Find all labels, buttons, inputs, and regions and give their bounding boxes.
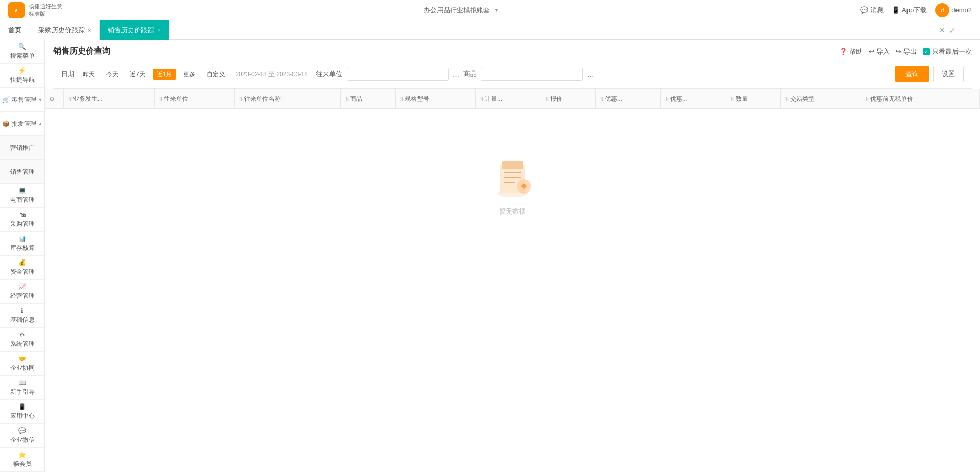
sidebar-item-retail-mgmt[interactable]: 🛒 零售管理 ▼ [0,88,44,112]
help-icon: ❓ [839,48,847,55]
goods-filter-dots[interactable]: ... [587,69,594,79]
sidebar-item-wechat[interactable]: 💬 企业微信 [0,424,44,448]
system-icon: ⚙ [19,331,25,338]
th-unit[interactable]: ⇅计量... [475,89,541,109]
pill-last1m[interactable]: 近1月 [153,69,177,80]
date-filter-group: 日期 昨天 今天 近7天 近1月 更多 自定义 2023-02-18 至 202… [61,69,308,80]
pill-more[interactable]: 更多 [179,69,200,80]
sidebar-item-finance[interactable]: 💰 资金管理 [0,256,44,280]
settings-button[interactable]: 设置 [933,66,964,82]
tab-sales-history-close[interactable]: × [157,27,160,33]
sidebar-item-purchase-mgmt-label: 采购管理 [10,220,35,228]
sidebar-item-search-menu-label: 搜索菜单 [10,52,35,60]
sidebar: 🔍 搜索菜单 ⚡ 快捷导航 🛒 零售管理 ▼ 📦 批发管理 ▲ 营销推广 销售管… [0,40,45,472]
message-button[interactable]: 💬 消息 [860,6,884,15]
sort-arrows-biz-date: ⇅ [68,96,72,102]
sidebar-item-guide[interactable]: 📖 新手引导 [0,376,44,400]
th-biz-date[interactable]: ⇅业务发生... [63,89,154,109]
app-dropdown-arrow[interactable]: ▼ [494,7,499,13]
logo-icon: 6 [8,2,24,18]
th-pre-tax-price[interactable]: ⇅优惠前无税单价 [861,89,980,109]
sidebar-item-ecommerce[interactable]: 💻 电商管理 [0,184,44,208]
only-last-toggle[interactable]: ✓ 只看最后一次 [923,47,972,56]
sidebar-item-search-menu[interactable]: 🔍 搜索菜单 [0,40,44,64]
import-button[interactable]: ↩ 导入 [869,47,890,56]
th-trade-type[interactable]: ⇅交易类型 [780,89,861,109]
pill-yesterday[interactable]: 昨天 [79,69,99,80]
th-spec[interactable]: ⇅规格型号 [395,89,475,109]
app-download-button[interactable]: 📱 App下载 [892,6,927,15]
th-discount1[interactable]: ⇅优惠... [595,89,660,109]
sidebar-item-basic-info-label: 基础信息 [10,316,35,324]
partner-filter-dots[interactable]: ... [453,69,459,79]
tab-bar-actions: ✕ ⤢ [939,26,960,34]
purchase-mgmt-icon: 🛍 [19,211,26,218]
sidebar-item-member-label: 畅会员 [13,460,32,468]
th-qty[interactable]: ⇅数量 [726,89,780,109]
wechat-icon: 💬 [18,427,26,434]
sidebar-item-operations-label: 经营管理 [10,292,35,300]
sidebar-item-purchase-mgmt[interactable]: 🛍 采购管理 [0,208,44,232]
sidebar-item-enterprise[interactable]: 🤝 企业协同 [0,352,44,376]
empty-state: 暂无数据 [45,109,980,257]
only-last-checkbox[interactable]: ✓ [923,48,930,55]
gear-icon[interactable]: ⚙ [49,96,55,103]
app-title: 办公用品行业模拟账套 [424,6,490,15]
pill-last7[interactable]: 近7天 [126,69,150,80]
tab-sales-history-label: 销售历史价跟踪 [108,26,154,35]
sidebar-item-operations[interactable]: 📈 经营管理 [0,280,44,304]
export-button[interactable]: ↪ 导出 [896,47,917,56]
sidebar-item-sales-mgmt[interactable]: 销售管理 [0,160,44,184]
operations-icon: 📈 [18,283,26,290]
tab-close-all-button[interactable]: ✕ [939,26,945,34]
partner-filter-group: 往来单位 ... 商品 ... [316,68,887,81]
sort-arrows-discount1: ⇅ [600,96,604,102]
sidebar-item-marketing[interactable]: 营销推广 [0,136,44,160]
sidebar-item-finance-label: 资金管理 [10,268,35,276]
download-icon: 📱 [892,6,900,14]
partner-filter-input[interactable] [347,68,449,81]
content-area: 销售历史价查询 ❓ 帮助 ↩ 导入 ↪ 导出 ✓ [45,40,980,472]
tab-purchase-history-close[interactable]: × [88,27,91,33]
logo-area: 6 畅捷通好生意 标准版 [8,2,62,18]
sidebar-item-member[interactable]: ⭐ 畅会员 [0,448,44,472]
th-partner-name[interactable]: ⇅往来单位名称 [235,89,341,109]
search-menu-icon: 🔍 [18,43,26,50]
sidebar-item-retail-mgmt-label: 零售管理 [12,96,36,104]
sidebar-item-inventory[interactable]: 📊 库存核算 [0,232,44,256]
pill-custom[interactable]: 自定义 [203,69,229,80]
tab-home[interactable]: 首页 [0,20,30,40]
tab-sales-history[interactable]: 销售历史价跟踪 × [100,20,169,40]
th-partner-code[interactable]: ⇅往来单位 [154,89,234,109]
th-quote[interactable]: ⇅报价 [541,89,595,109]
user-area[interactable]: d demo2 [935,3,972,17]
pill-today[interactable]: 今天 [102,69,122,80]
th-discount2[interactable]: ⇅优惠... [660,89,726,109]
help-button[interactable]: ❓ 帮助 [839,47,863,56]
tab-maximize-button[interactable]: ⤢ [949,26,955,34]
sidebar-item-guide-label: 新手引导 [10,388,35,396]
app-center-icon: 📱 [18,403,26,410]
empty-text: 暂无数据 [499,207,526,216]
partner-filter-label: 往来单位 [316,69,342,79]
th-goods[interactable]: ⇅商品 [340,89,395,109]
sidebar-item-system[interactable]: ⚙ 系统管理 [0,328,44,352]
sidebar-item-quick-nav[interactable]: ⚡ 快捷导航 [0,64,44,88]
sidebar-item-system-label: 系统管理 [10,340,35,348]
retail-mgmt-arrow: ▼ [38,97,43,102]
wholesale-mgmt-arrow: ▲ [38,121,43,126]
filter-bar: 日期 昨天 今天 近7天 近1月 更多 自定义 2023-02-18 至 202… [53,62,972,89]
app-title-area[interactable]: 办公用品行业模拟账套 ▼ [424,6,499,15]
tab-purchase-history[interactable]: 采购历史价跟踪 × [30,20,100,40]
sidebar-item-wholesale-mgmt[interactable]: 📦 批发管理 ▲ [0,112,44,136]
sort-arrows-trade-type: ⇅ [785,96,789,102]
sidebar-item-inventory-label: 库存核算 [10,244,35,252]
sidebar-item-app-center[interactable]: 📱 应用中心 [0,400,44,424]
query-button[interactable]: 查询 [895,66,929,82]
page-actions: ❓ 帮助 ↩ 导入 ↪ 导出 ✓ 只看最后一次 [839,47,972,56]
top-bar: 6 畅捷通好生意 标准版 办公用品行业模拟账套 ▼ 💬 消息 📱 App下载 d… [0,0,980,20]
goods-filter-input[interactable] [481,68,583,81]
sidebar-item-sales-mgmt-label: 销售管理 [10,168,35,176]
sidebar-item-wholesale-mgmt-label: 批发管理 [12,120,36,128]
sidebar-item-basic-info[interactable]: ℹ 基础信息 [0,304,44,328]
